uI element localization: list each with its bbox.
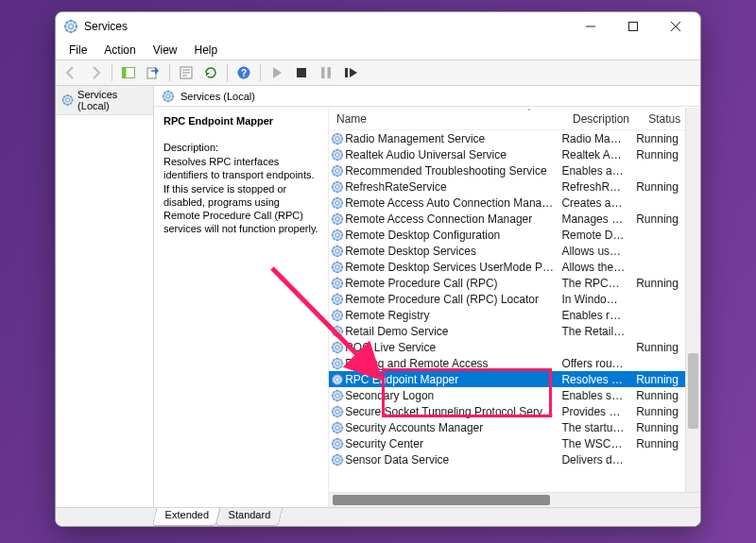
vertical-scrollbar[interactable] [685, 108, 700, 492]
pause-icon [318, 65, 334, 80]
service-row[interactable]: Remote Procedure Call (RPC)The RPCSS s..… [329, 275, 685, 291]
service-name: Realtek Audio Universal Service [345, 148, 556, 161]
service-status: Running [630, 148, 685, 161]
service-description: Realtek Audi... [556, 148, 630, 161]
service-row[interactable]: RefreshRateServiceRefreshRate...Running [329, 178, 685, 195]
titlebar[interactable]: Services [56, 12, 700, 41]
pause-service-button[interactable] [315, 62, 337, 83]
svg-rect-11 [628, 23, 637, 31]
stop-icon [294, 65, 309, 80]
gear-icon [331, 261, 344, 274]
service-row[interactable]: Remote RegistryEnables rem... [329, 307, 685, 323]
properties-icon [179, 65, 194, 80]
export-list-button[interactable] [142, 62, 164, 83]
gear-icon [331, 164, 344, 178]
scrollbar-thumb[interactable] [688, 353, 698, 429]
service-name: RPC Endpoint Mapper [345, 373, 556, 386]
service-status: Running [630, 212, 685, 226]
gear-icon [331, 196, 344, 210]
forward-arrow-icon [88, 65, 103, 80]
toolbar: ? [56, 59, 700, 86]
gear-icon [331, 245, 344, 258]
restart-icon [343, 65, 358, 80]
menu-view[interactable]: View [146, 42, 185, 59]
service-name: Recommended Troubleshooting Service [345, 164, 556, 178]
service-status: Running [630, 405, 685, 418]
svg-rect-16 [147, 68, 156, 78]
service-row[interactable]: Secure Socket Tunneling Protocol Service… [329, 403, 685, 419]
service-row[interactable]: Radio Management ServiceRadio Mana...Run… [329, 130, 685, 146]
service-status: Running [630, 132, 685, 145]
svg-rect-24 [297, 68, 306, 77]
service-row[interactable]: Sensor Data ServiceDelivers dat... [329, 451, 685, 467]
pane-icon [121, 65, 136, 80]
forward-button[interactable] [84, 62, 107, 83]
menu-help[interactable]: Help [187, 42, 226, 59]
service-row[interactable]: RPC Endpoint MapperResolves RP...Running [329, 371, 685, 387]
restart-service-button[interactable] [339, 62, 362, 83]
service-row[interactable]: Secondary LogonEnables start...Running [329, 387, 685, 403]
gear-icon [331, 277, 344, 290]
service-row[interactable]: Remote Access Auto Connection ManagerCre… [329, 195, 685, 211]
show-hide-tree-button[interactable] [117, 62, 140, 83]
service-name: Routing and Remote Access [345, 357, 556, 370]
toolbar-separator [227, 64, 228, 81]
service-description: Allows the re... [556, 261, 630, 274]
window-title: Services [84, 20, 569, 33]
properties-button[interactable] [175, 62, 198, 83]
tab-standard[interactable]: Standard [215, 508, 283, 526]
service-description: Provides sup... [556, 405, 630, 418]
sort-asc-icon: ˄ [527, 108, 531, 116]
service-description: Enables start... [556, 389, 630, 402]
service-description: RefreshRate... [556, 180, 630, 194]
service-name: Retail Demo Service [345, 325, 556, 338]
console-tree[interactable]: Services (Local) [56, 86, 154, 507]
gear-icon [331, 405, 344, 418]
svg-rect-26 [328, 67, 332, 78]
service-row[interactable]: Routing and Remote AccessOffers routi... [329, 355, 685, 371]
service-row[interactable]: Remote Desktop ConfigurationRemote Des..… [329, 227, 685, 243]
service-description: Offers routi... [556, 357, 630, 370]
service-row[interactable]: Realtek Audio Universal ServiceRealtek A… [329, 146, 685, 162]
service-name: Remote Desktop Services UserMode Port Re… [345, 261, 556, 274]
detail-description-label: Description: [163, 142, 318, 153]
service-name: Remote Procedure Call (RPC) Locator [345, 293, 556, 306]
service-row[interactable]: Recommended Troubleshooting ServiceEnabl… [329, 162, 685, 178]
service-row[interactable]: Remote Procedure Call (RPC) LocatorIn Wi… [329, 291, 685, 307]
service-description: Manages di... [556, 212, 630, 226]
column-header-description[interactable]: Description [567, 112, 643, 126]
scrollbar-thumb[interactable] [333, 495, 550, 505]
service-status: Running [630, 180, 685, 194]
gear-icon [331, 357, 344, 370]
gear-icon [331, 132, 344, 145]
refresh-button[interactable] [199, 62, 222, 83]
service-status: Running [630, 389, 685, 402]
stop-service-button[interactable] [290, 62, 313, 83]
service-row[interactable]: Security CenterThe WSCSVC...Running [329, 435, 685, 451]
back-button[interactable] [60, 62, 82, 83]
gear-icon [331, 309, 344, 322]
service-name: Remote Desktop Configuration [345, 229, 556, 242]
minimize-button[interactable] [569, 12, 611, 41]
menu-file[interactable]: File [61, 42, 94, 59]
tab-extended[interactable]: Extended [152, 508, 221, 526]
start-service-button[interactable] [266, 62, 288, 83]
tree-node-services-local[interactable]: Services (Local) [56, 86, 153, 115]
service-row[interactable]: Remote Desktop Services UserMode Port Re… [329, 259, 685, 275]
services-icon [63, 19, 78, 34]
service-row[interactable]: Remote Desktop ServicesAllows users ... [329, 243, 685, 259]
detail-service-name: RPC Endpoint Mapper [163, 115, 318, 127]
close-button[interactable] [654, 12, 696, 41]
gear-icon [331, 180, 344, 194]
menu-action[interactable]: Action [96, 42, 143, 59]
maximize-button[interactable] [611, 12, 654, 41]
service-row[interactable]: Security Accounts ManagerThe startup ...… [329, 419, 685, 435]
service-row[interactable]: ROG Live ServiceRunning [329, 339, 685, 355]
help-button[interactable]: ? [232, 62, 255, 83]
close-icon [671, 22, 680, 31]
service-row[interactable]: Remote Access Connection ManagerManages … [329, 211, 685, 227]
service-row[interactable]: Retail Demo ServiceThe Retail D... [329, 323, 685, 339]
toolbar-separator [260, 64, 261, 81]
horizontal-scrollbar[interactable] [329, 492, 700, 507]
services-list[interactable]: Name ˄ Description Status Radio Manageme… [328, 108, 700, 507]
